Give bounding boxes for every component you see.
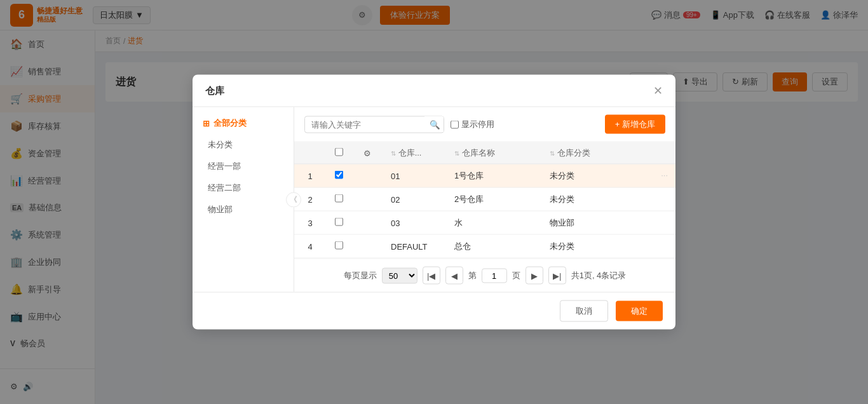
col-header-name: ⇅ 仓库名称 (447, 142, 542, 165)
cell-no: 3 (294, 211, 326, 234)
page-label: 页 (512, 270, 520, 281)
row-checkbox[interactable] (335, 218, 343, 226)
cell-type: 未分类··· (542, 164, 675, 187)
row-checkbox[interactable] (335, 171, 343, 179)
cell-type: 物业部 (542, 211, 675, 234)
category-collapse-btn[interactable]: 《 (286, 192, 301, 207)
show-disabled-checkbox[interactable] (451, 120, 459, 128)
search-input[interactable] (305, 116, 424, 132)
cell-no: 4 (294, 234, 326, 258)
cell-name: 总仓 (447, 234, 542, 258)
col-header-code: ⇅ 仓库... (383, 142, 447, 165)
cell-gear (351, 211, 383, 234)
row-checkbox[interactable] (335, 241, 343, 250)
table-row[interactable]: 3 03 水 物业部 (294, 211, 675, 234)
show-disabled-label[interactable]: 显示停用 (451, 119, 494, 130)
category-grid-icon: ⊞ (203, 118, 210, 128)
row-checkbox[interactable] (335, 194, 343, 203)
cell-gear (351, 187, 383, 211)
page-chapter-label: 第 (468, 270, 477, 281)
category-panel: ⊞ 全部分类 未分类 经营一部 经营二部 物业部 《 (193, 107, 294, 292)
page-size-select[interactable]: 50 100 (382, 267, 417, 283)
select-all-checkbox[interactable] (335, 148, 343, 156)
cell-name: 1号仓库 (447, 164, 542, 187)
modal-footer: 取消 确定 (193, 292, 675, 330)
col-header-no (294, 142, 326, 165)
cell-type: 未分类 (542, 187, 675, 211)
next-page-btn[interactable]: ▶ (526, 267, 543, 285)
search-submit-btn[interactable]: 🔍 (424, 116, 444, 132)
last-page-btn[interactable]: ▶| (548, 267, 566, 285)
table-row[interactable]: 4 DEFAULT 总仓 未分类 (294, 234, 675, 258)
page-number-input[interactable] (482, 268, 507, 283)
cell-name: 水 (447, 211, 542, 234)
content-panel: 🔍 显示停用 + 新增仓库 (294, 107, 675, 292)
show-disabled-text: 显示停用 (461, 119, 494, 130)
name-sort-icon: ⇅ (454, 150, 459, 157)
col-header-check (326, 142, 351, 165)
warehouse-table: ⚙ ⇅ 仓库... ⇅ 仓库名称 ⇅ 仓库分类 (294, 142, 675, 259)
category-all-label: 全部分类 (214, 118, 247, 129)
search-box: 🔍 (304, 116, 444, 133)
cell-gear (351, 164, 383, 187)
total-info: 共1页, 4条记录 (571, 270, 627, 281)
add-warehouse-btn[interactable]: + 新增仓库 (605, 115, 665, 134)
modal-body: ⊞ 全部分类 未分类 经营一部 经营二部 物业部 《 🔍 显示停用 + 新增 (193, 107, 675, 292)
modal-header: 仓库 ✕ (193, 75, 675, 107)
cell-check[interactable] (326, 211, 351, 234)
type-sort-icon: ⇅ (550, 150, 555, 157)
modal-title: 仓库 (205, 84, 224, 97)
cell-code: 02 (383, 187, 447, 211)
category-item-3[interactable]: 物业部 (193, 199, 294, 220)
confirm-btn[interactable]: 确定 (616, 301, 663, 321)
cell-check[interactable] (326, 187, 351, 211)
category-item-0[interactable]: 未分类 (193, 134, 294, 156)
code-sort-icon: ⇅ (391, 150, 396, 157)
warehouse-modal: 仓库 ✕ ⊞ 全部分类 未分类 经营一部 经营二部 物业部 《 🔍 (193, 75, 675, 330)
col-header-gear: ⚙ (351, 142, 383, 165)
category-item-1[interactable]: 经营一部 (193, 156, 294, 177)
cell-check[interactable] (326, 234, 351, 258)
prev-page-btn[interactable]: ◀ (445, 267, 463, 285)
cell-gear (351, 234, 383, 258)
cell-no: 1 (294, 164, 326, 187)
category-item-2[interactable]: 经营二部 (193, 177, 294, 199)
table-row[interactable]: 2 02 2号仓库 未分类 (294, 187, 675, 211)
modal-close-btn[interactable]: ✕ (653, 84, 663, 98)
cell-code: 03 (383, 211, 447, 234)
pagination: 每页显示 50 100 |◀ ◀ 第 页 ▶ ▶| 共1页, 4条记录 (294, 259, 675, 292)
cell-code: 01 (383, 164, 447, 187)
col-header-type: ⇅ 仓库分类 (542, 142, 675, 165)
cell-code: DEFAULT (383, 234, 447, 258)
cell-name: 2号仓库 (447, 187, 542, 211)
first-page-btn[interactable]: |◀ (423, 267, 440, 285)
cancel-btn[interactable]: 取消 (560, 300, 608, 322)
row-action-dots[interactable]: ··· (661, 170, 668, 180)
page-size-label: 每页显示 (344, 270, 377, 281)
table-row[interactable]: 1 01 1号仓库 未分类··· (294, 164, 675, 187)
modal-toolbar: 🔍 显示停用 + 新增仓库 (294, 107, 675, 142)
cell-type: 未分类 (542, 234, 675, 258)
cell-check[interactable] (326, 164, 351, 187)
category-all-btn[interactable]: ⊞ 全部分类 (193, 112, 294, 134)
